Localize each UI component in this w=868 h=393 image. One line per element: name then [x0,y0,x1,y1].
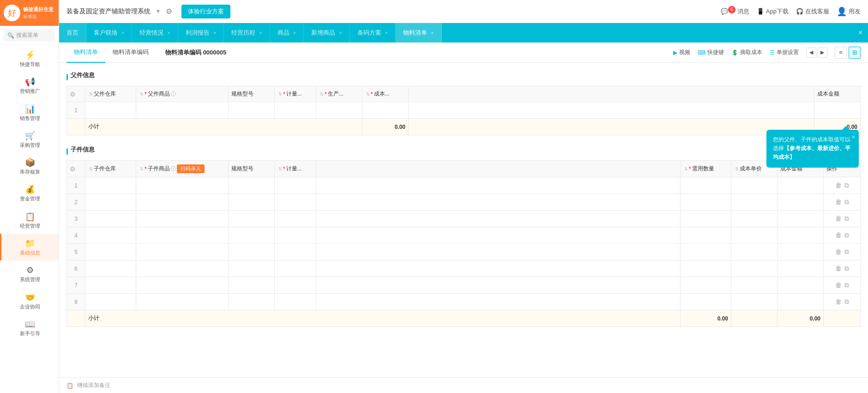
sidebar-item-enterprise[interactable]: 🤝 企业协同 [0,288,59,314]
search-area[interactable]: 🔍 搜索菜单 [0,26,59,45]
child-row-1-warehouse[interactable] [85,177,136,194]
child-row-3-copy-icon[interactable]: ⧉ [844,215,849,223]
child-row-4-unit[interactable] [275,227,316,244]
child-row-4-unit-cost[interactable] [731,227,778,244]
child-settings-gear-icon[interactable]: ⚙ [70,165,76,173]
nav-tab-profit-close[interactable]: × [213,30,216,36]
child-row-4-copy-icon[interactable]: ⧉ [844,231,849,239]
child-row-4-product[interactable] [136,227,229,244]
child-row-2-spec[interactable] [229,194,275,211]
nav-tab-barcode-close[interactable]: × [385,30,388,36]
grid-view-btn[interactable]: ⊞ [849,47,861,59]
child-row-7-delete-icon[interactable]: 🗑 [835,281,842,289]
parent-row-1-produce[interactable] [316,102,362,119]
child-row-1-delete-icon[interactable]: 🗑 [835,181,842,189]
child-row-2-warehouse[interactable] [85,194,136,211]
parent-row-1-warehouse[interactable] [85,102,136,119]
sidebar-item-quick-nav[interactable]: ⚡ 快捷导航 [0,45,59,72]
child-row-3-unit-cost[interactable] [731,211,778,227]
child-row-8-warehouse[interactable] [85,294,136,310]
child-row-1-unit[interactable] [275,177,316,194]
sidebar-item-finance[interactable]: 💰 资金管理 [0,180,59,206]
child-row-7-unit-cost[interactable] [731,277,778,294]
nav-tab-customer[interactable]: 客户联络 × [86,23,132,42]
nav-tab-operation-close[interactable]: × [167,30,170,36]
child-row-4-qty[interactable] [681,227,731,244]
parent-settings-gear-icon[interactable]: ⚙ [70,91,76,98]
parent-product-info-icon[interactable]: ⓘ [171,91,176,97]
video-action[interactable]: ▶ 视频 [673,48,690,56]
child-row-7-product[interactable] [136,277,229,294]
child-row-4-spec[interactable] [229,227,275,244]
sidebar-item-basic-info[interactable]: 📁 基础信息 [0,234,59,260]
nav-tab-barcode[interactable]: 条码方案 × [350,23,396,42]
child-row-1-unit-cost[interactable] [731,177,778,194]
child-row-1-spec[interactable] [229,177,275,194]
child-row-5-delete-icon[interactable]: 🗑 [835,248,842,256]
sidebar-item-sales[interactable]: 📊 销售管理 [0,99,59,126]
child-row-7-spec[interactable] [229,277,275,294]
child-row-3-unit[interactable] [275,211,316,227]
child-row-8-copy-icon[interactable]: ⧉ [844,298,849,306]
trial-button[interactable]: 体验行业方案 [181,5,230,18]
parent-row-1-spec[interactable] [229,102,275,119]
nav-tab-home[interactable]: 首页 [59,23,86,42]
parent-cost-sort[interactable]: ⇅ [366,92,370,97]
nav-tab-operation[interactable]: 经营情况 × [132,23,178,42]
parent-warehouse-sort[interactable]: ⇅ [89,92,93,97]
child-qty-sort[interactable]: ⇅ [684,167,688,171]
child-row-8-unit-cost[interactable] [731,294,778,310]
sidebar-item-inventory[interactable]: 📦 库存核算 [0,153,59,180]
extract-cost-action[interactable]: 💲 摘取成本 [731,48,762,56]
child-row-1-qty[interactable] [681,177,731,194]
child-product-sort[interactable]: ⇅ [140,167,144,171]
child-row-7-qty[interactable] [681,277,731,294]
sidebar-item-purchase[interactable]: 🛒 采购管理 [0,126,59,153]
parent-row-1-cost[interactable] [362,102,409,119]
sub-tab-bom-code[interactable]: 物料清单编码 [105,42,156,63]
child-row-5-unit[interactable] [275,244,316,260]
child-row-7-unit[interactable] [275,277,316,294]
nav-tab-new-goods[interactable]: 新增商品 × [304,23,350,42]
child-row-8-delete-icon[interactable]: 🗑 [835,298,842,306]
child-row-5-copy-icon[interactable]: ⧉ [844,248,849,256]
nav-tab-goods[interactable]: 商品 × [270,23,304,42]
child-row-5-unit-cost[interactable] [731,244,778,260]
child-row-6-warehouse[interactable] [85,260,136,277]
prev-arrow[interactable]: ◀ [806,48,816,58]
parent-unit-sort[interactable]: ⇅ [278,92,282,97]
child-row-2-unit[interactable] [275,194,316,211]
child-row-8-product[interactable] [136,294,229,310]
child-row-5-product[interactable] [136,244,229,260]
nav-tab-history-close[interactable]: × [259,30,262,36]
child-row-7-warehouse[interactable] [85,277,136,294]
child-row-7-copy-icon[interactable]: ⧉ [844,281,849,289]
sidebar-item-marketing[interactable]: 📢 营销推广 [0,72,59,99]
sidebar-item-guide[interactable]: 📖 新手引导 [0,314,59,341]
message-item[interactable]: 💬 6 消息 [721,7,749,16]
nav-tab-profit[interactable]: 利润报告 × [178,23,224,42]
child-product-info-icon[interactable]: ⓘ [171,165,176,172]
child-row-3-spec[interactable] [229,211,275,227]
tooltip-close-btn[interactable]: × [851,133,855,142]
child-row-4-warehouse[interactable] [85,227,136,244]
doc-settings-action[interactable]: ☰ 单据设置 [770,48,799,56]
child-row-2-delete-icon[interactable]: 🗑 [835,198,842,206]
sidebar-item-ops[interactable]: 📋 经营管理 [0,207,59,234]
online-service-item[interactable]: 🎧 在线客服 [796,7,829,16]
child-row-5-spec[interactable] [229,244,275,260]
sidebar-item-system[interactable]: ⚙ 系统管理 [0,260,59,287]
search-input-wrapper[interactable]: 🔍 搜索菜单 [4,30,55,41]
child-unit-cost-sort[interactable]: ⇅ [735,167,739,171]
shortcut-action[interactable]: ⌨ 快捷键 [698,48,724,56]
child-row-1-copy-icon[interactable]: ⧉ [844,181,849,189]
child-row-3-warehouse[interactable] [85,211,136,227]
child-row-3-qty[interactable] [681,211,731,227]
child-row-6-unit[interactable] [275,260,316,277]
child-row-2-product[interactable] [136,194,229,211]
child-row-6-copy-icon[interactable]: ⧉ [844,265,849,272]
child-row-2-unit-cost[interactable] [731,194,778,211]
child-row-6-qty[interactable] [681,260,731,277]
nav-tab-history[interactable]: 经营历程 × [224,23,270,42]
parent-row-1-product[interactable] [136,102,229,119]
